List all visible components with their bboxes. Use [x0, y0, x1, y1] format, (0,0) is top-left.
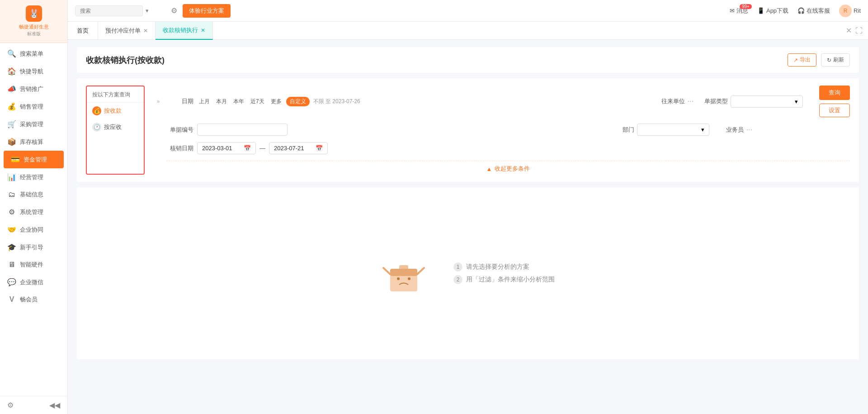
sidebar-item-inventory[interactable]: 📦 库存核算	[0, 133, 67, 151]
collapse-more-button[interactable]: ▲ 收起更多条件	[166, 161, 850, 175]
tab-home-label: 首页	[77, 27, 89, 35]
tab-prepay-close-icon[interactable]: ✕	[143, 28, 148, 34]
filter-sidebar-title: 按以下方案查询	[87, 91, 144, 103]
sidebar-item-label: 智能硬件	[20, 261, 43, 269]
tab-verification-label: 收款核销执行	[163, 26, 198, 34]
verify-date-end-value: 2023-07-21	[274, 145, 304, 152]
customer-service-button[interactable]: 🎧 在线客服	[797, 7, 830, 15]
filter-row-1: 日期 上月 本月 本年 近7天 更多 自定义 不限 至 2023-07-26 往…	[166, 86, 850, 117]
staff-label: 业务员	[717, 126, 744, 134]
filter-option-label: 按应收	[104, 123, 122, 131]
tabbar-right-controls: ✕ ⛶	[846, 26, 868, 35]
date-tab-this-month[interactable]: 本月	[214, 97, 229, 106]
sidebar-item-enterprise[interactable]: 🤝 企业协同	[0, 221, 67, 238]
main-area: ▾ ⚙ 体验行业方案 ✉ 消息 99+ 📱 App下载 🎧 在线客服 R Rit	[68, 0, 868, 414]
marketing-icon: 📣	[7, 85, 16, 93]
svg-line-5	[383, 268, 390, 274]
sidebar-item-label: 营销推广	[20, 85, 43, 93]
filter-option-by-receivable[interactable]: 🕐 按应收	[87, 119, 144, 135]
sidebar-item-finance[interactable]: 💳 资金管理	[4, 151, 64, 168]
collapse-sidebar-icon[interactable]: ◀◀	[49, 401, 60, 409]
tab-verification[interactable]: 收款核销执行 ✕	[156, 22, 213, 40]
date-tab-last-month[interactable]: 上月	[197, 97, 212, 106]
doctype-select[interactable]: ▾	[731, 95, 803, 108]
filter-collapse-button[interactable]: »	[154, 90, 163, 113]
svg-line-6	[417, 268, 424, 274]
app-download-button[interactable]: 📱 App下载	[757, 7, 788, 15]
basic-icon: 🗂	[7, 190, 16, 199]
empty-area: 1 请先选择要分析的方案 2 用「过滤」条件来缩小分析范围	[381, 224, 555, 323]
tip-text-2: 用「过滤」条件来缩小分析范围	[466, 276, 555, 284]
sidebar-item-basic[interactable]: 🗂 基础信息	[0, 186, 67, 203]
inventory-icon: 📦	[7, 138, 16, 146]
setting-button[interactable]: 设置	[819, 104, 850, 117]
topbar: ▾ ⚙ 体验行业方案 ✉ 消息 99+ 📱 App下载 🎧 在线客服 R Rit	[68, 0, 868, 22]
refresh-button[interactable]: ↻ 刷新	[821, 53, 850, 67]
verify-date-end-input[interactable]: 2023-07-21 📅	[269, 142, 328, 154]
sidebar-item-sales[interactable]: 💰 销售管理	[0, 98, 67, 115]
staff-dots[interactable]: ···	[746, 126, 752, 134]
tab-verification-close-icon[interactable]: ✕	[201, 27, 205, 33]
expand-icon[interactable]: ⛶	[855, 27, 863, 35]
sidebar-item-member[interactable]: V 畅会员	[0, 291, 67, 308]
sidebar-item-wechat[interactable]: 💬 企业微信	[0, 273, 67, 291]
app-version: 标准版	[27, 31, 41, 37]
sidebar-item-system[interactable]: ⚙ 系统管理	[0, 203, 67, 221]
hardware-icon: 🖥	[7, 261, 16, 269]
tab-home[interactable]: 首页	[68, 22, 98, 40]
message-button[interactable]: ✉ 消息 99+	[730, 7, 748, 15]
tab-prepay[interactable]: 预付冲应付单 ✕	[98, 22, 156, 40]
tabbar: 首页 预付冲应付单 ✕ 收款核销执行 ✕ ✕ ⛶	[68, 22, 868, 40]
docno-input[interactable]	[197, 124, 288, 136]
verify-date-start-input[interactable]: 2023-03-01 📅	[197, 142, 256, 154]
sidebar-item-hardware[interactable]: 🖥 智能硬件	[0, 256, 67, 273]
filter-option-by-receipt[interactable]: 💰 按收款	[87, 103, 144, 119]
sidebar-item-nav[interactable]: 🏠 快捷导航	[0, 62, 67, 80]
settings-icon[interactable]: ⚙	[7, 401, 14, 409]
username-label: Rit	[854, 7, 861, 14]
user-info[interactable]: R Rit	[839, 5, 861, 17]
member-icon: V	[7, 295, 16, 304]
sidebar-item-marketing[interactable]: 📣 营销推广	[0, 80, 67, 98]
sidebar-item-search[interactable]: 🔍 搜索菜单	[0, 45, 67, 62]
date-tab-this-year[interactable]: 本年	[231, 97, 246, 106]
date-tabs: 上月 本月 本年 近7天 更多 自定义	[197, 97, 310, 106]
svg-point-4	[408, 277, 410, 280]
sales-icon: 💰	[7, 102, 16, 111]
doctype-field-group: 单据类型 ▾	[701, 95, 803, 108]
filter-option-label: 按收款	[104, 107, 122, 115]
solution-button[interactable]: 体验行业方案	[183, 4, 231, 18]
export-icon: ↗	[793, 57, 798, 63]
sidebar-item-label: 畅会员	[20, 295, 38, 304]
chevron-down-icon[interactable]: ▾	[146, 7, 149, 14]
page-content: 收款核销执行(按收款) ↗ 导出 ↻ 刷新 按以下方案查询 💰 按收款	[68, 40, 868, 414]
tip-num-1: 1	[453, 262, 462, 271]
sidebar-item-label: 基础信息	[20, 190, 43, 199]
sidebar-item-label: 销售管理	[20, 103, 43, 111]
topbar-search: ▾	[75, 5, 165, 16]
counterpart-label: 往来单位	[658, 97, 685, 105]
page-title: 收款核销执行(按收款)	[86, 55, 165, 66]
close-all-icon[interactable]: ✕	[846, 26, 852, 35]
search-input[interactable]	[75, 5, 143, 16]
filter-scheme-panel: 按以下方案查询 💰 按收款 🕐 按应收	[86, 86, 145, 175]
dept-select[interactable]: ▾	[637, 124, 709, 136]
date-tab-7days[interactable]: 近7天	[249, 97, 266, 106]
sidebar-item-management[interactable]: 📊 经营管理	[0, 168, 67, 186]
docno-field-group: 单据编号	[166, 124, 600, 136]
sidebar-item-purchase[interactable]: 🛒 采购管理	[0, 115, 67, 133]
filter-actions: 查询 设置	[810, 86, 850, 117]
verify-date-field-group: 核销日期 2023-03-01 📅 — 2023-07-21 📅	[166, 142, 850, 154]
query-button[interactable]: 查询	[819, 86, 850, 100]
tip-num-2: 2	[453, 275, 462, 284]
svg-rect-2	[399, 265, 408, 274]
counterpart-dots[interactable]: ···	[688, 97, 693, 105]
date-tab-more[interactable]: 更多	[269, 97, 283, 106]
export-button[interactable]: ↗ 导出	[788, 53, 816, 67]
collapse-icon: »	[157, 98, 160, 105]
settings-gear-icon[interactable]: ⚙	[171, 6, 177, 15]
sidebar-item-label: 企业协同	[20, 226, 43, 234]
staff-field-group: 业务员 ···	[717, 126, 752, 134]
date-tab-custom[interactable]: 自定义	[286, 97, 310, 106]
sidebar-item-guide[interactable]: 🎓 新手引导	[0, 238, 67, 256]
